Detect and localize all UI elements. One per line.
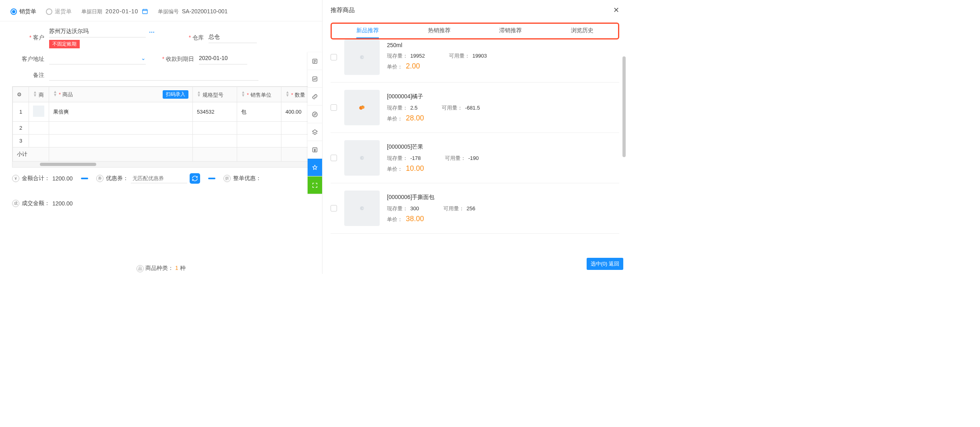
stock-label: 现存量：2.5	[387, 104, 418, 112]
doc-date-label: 单据日期	[81, 8, 102, 15]
stock-value: 2.5	[410, 105, 418, 111]
currency-icon: ¥	[12, 175, 19, 182]
vertical-scrollbar[interactable]	[622, 56, 626, 157]
svg-point-13	[362, 208, 364, 209]
tab-sales[interactable]: 销货单	[10, 8, 36, 15]
coupon-icon: 券	[96, 175, 103, 182]
toolbar-cny-icon[interactable]	[308, 141, 322, 159]
minus-icon	[81, 178, 88, 179]
deal-label: 成交金额：	[22, 200, 50, 207]
toolbar-check-icon[interactable]	[308, 123, 322, 141]
customer-label: 客户	[12, 34, 44, 41]
kinds-count: 1	[175, 265, 178, 271]
discount-icon: 折	[223, 175, 231, 182]
table-row[interactable]: 3	[13, 135, 310, 147]
sum-label: 金额合计：	[22, 175, 50, 182]
cell-spec[interactable]: 534532	[193, 102, 237, 122]
svg-point-6	[362, 57, 364, 58]
avail-label: 可用量：256	[443, 205, 476, 212]
radio-return-icon	[46, 8, 52, 15]
avail-label: 可用量：-681.5	[442, 104, 480, 112]
tab-new[interactable]: 新品推荐	[356, 27, 379, 38]
product-row[interactable]: [0000005]芒果现存量：-178可用量：-190单价：10.00	[331, 133, 619, 183]
tab-hot[interactable]: 热销推荐	[428, 27, 451, 38]
kinds-suffix: 种	[180, 265, 186, 271]
kinds-label: 商品种类：	[145, 265, 174, 271]
deal-icon: 成	[12, 200, 19, 207]
product-image	[344, 39, 380, 75]
stock-value: 300	[410, 205, 419, 211]
product-image	[344, 140, 380, 176]
radio-sales-icon	[10, 8, 17, 15]
product-name: [0000004]橘子	[387, 93, 619, 100]
coupon-label: 优惠券：	[106, 175, 128, 182]
side-toolbar	[308, 52, 322, 194]
table-row[interactable]: 1 果倍爽 534532 包 400.00	[13, 102, 310, 122]
svg-point-5	[360, 55, 364, 59]
cell-product[interactable]: 果倍爽	[49, 102, 193, 122]
col-spec[interactable]: 规格型号	[203, 92, 223, 98]
warehouse-label: 仓库	[172, 34, 204, 41]
product-checkbox[interactable]	[331, 155, 337, 161]
tab-return[interactable]: 退货单	[46, 8, 72, 15]
product-checkbox[interactable]	[331, 205, 337, 211]
product-row[interactable]: 250ml现存量：19952可用量：19903单价：2.00	[331, 39, 619, 83]
due-input[interactable]: 2020-01-10	[199, 54, 247, 64]
scan-badge[interactable]: 扫码录入	[163, 90, 188, 99]
close-icon[interactable]: ✕	[613, 6, 619, 15]
price-label: 单价：10.00	[387, 164, 619, 173]
col-qty[interactable]: 数量	[291, 92, 305, 98]
tab-slow[interactable]: 滞销推荐	[499, 27, 522, 38]
sum-value: 1200.00	[52, 175, 73, 182]
stock-label: 现存量：300	[387, 205, 419, 212]
doc-date-value[interactable]: 2020-01-10	[105, 8, 139, 15]
product-name: 250ml	[387, 42, 619, 48]
kinds-icon: 品	[136, 265, 144, 272]
price-label: 单价：38.00	[387, 215, 619, 223]
coupon-input[interactable]	[131, 174, 187, 183]
whole-label: 整单优惠：	[233, 175, 261, 182]
price-label: 单价：28.00	[387, 114, 619, 122]
avail-label: 可用量：-190	[445, 155, 479, 162]
svg-point-11	[362, 158, 364, 159]
remark-input[interactable]	[49, 70, 258, 81]
stock-label: 现存量：-178	[387, 155, 421, 162]
product-row[interactable]: [0000004]橘子现存量：2.5可用量：-681.5单价：28.00	[331, 83, 619, 133]
address-input[interactable]: ⌄	[49, 54, 146, 64]
avail-value: -190	[468, 155, 479, 161]
col-img[interactable]: 商	[39, 92, 44, 98]
toolbar-list-icon[interactable]	[308, 52, 322, 70]
remark-label: 备注	[12, 72, 44, 79]
cell-unit[interactable]: 包	[237, 102, 281, 122]
svg-point-9	[362, 106, 363, 106]
due-label: 收款到期日	[162, 56, 194, 63]
gear-icon[interactable]: ⚙	[17, 91, 22, 97]
doc-no-label: 单据编号	[158, 8, 179, 15]
cell-qty[interactable]: 400.00	[281, 102, 310, 122]
product-checkbox[interactable]	[331, 104, 337, 111]
stock-value: -178	[410, 155, 421, 161]
calendar-icon[interactable]	[142, 8, 148, 15]
customer-input[interactable]: 苏州万达沃尔玛	[49, 27, 146, 37]
tab-history[interactable]: 浏览历史	[571, 27, 593, 38]
select-return-button[interactable]: 选中(0) 返回	[587, 258, 624, 270]
toolbar-link-icon[interactable]	[308, 88, 322, 106]
table-row[interactable]: 2	[13, 122, 310, 135]
minus-icon	[208, 178, 215, 179]
col-unit[interactable]: 销售单位	[247, 92, 271, 98]
price-value: 10.00	[406, 164, 424, 172]
avail-value: 256	[467, 205, 476, 211]
svg-point-8	[362, 106, 365, 109]
toolbar-swap-icon[interactable]	[308, 106, 322, 123]
horizontal-scrollbar[interactable]	[12, 162, 310, 167]
refresh-button[interactable]	[190, 173, 200, 184]
warehouse-input[interactable]: 总仓	[209, 33, 257, 43]
toolbar-star-icon[interactable]	[308, 159, 322, 176]
toolbar-expand-icon[interactable]	[308, 176, 322, 194]
toolbar-chart-icon[interactable]	[308, 70, 322, 88]
product-checkbox[interactable]	[331, 54, 337, 60]
customer-more-icon[interactable]: ⋯	[149, 29, 155, 35]
product-name: [0000006]手撕面包	[387, 194, 619, 201]
product-row[interactable]: [0000006]手撕面包现存量：300可用量：256单价：38.00	[331, 183, 619, 234]
col-product[interactable]: 商品	[59, 91, 73, 97]
